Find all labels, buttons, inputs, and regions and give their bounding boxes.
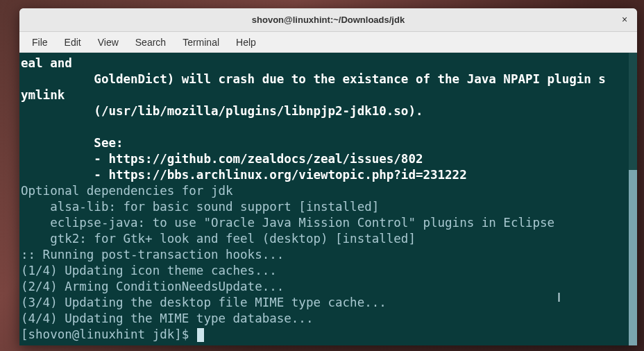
menu-view[interactable]: View	[90, 34, 127, 51]
output-line: (/usr/lib/mozilla/plugins/libnpjp2-jdk10…	[21, 104, 423, 118]
output-line: alsa-lib: for basic sound support [insta…	[21, 200, 379, 214]
output-line: - https://bbs.archlinux.org/viewtopic.ph…	[21, 168, 467, 182]
output-line: (3/4) Updating the desktop file MIME typ…	[21, 296, 387, 309]
prompt-text: [shovon@linuxhint jdk]$	[21, 327, 196, 343]
menu-edit[interactable]: Edit	[56, 34, 90, 51]
output-line: Optional dependencies for jdk	[21, 184, 233, 198]
terminal-window: shovon@linuxhint:~/Downloads/jdk × File …	[19, 8, 637, 345]
output-line: eal and	[21, 56, 72, 70]
close-button[interactable]: ×	[618, 12, 632, 26]
menu-search[interactable]: Search	[127, 34, 174, 51]
prompt-line[interactable]: [shovon@linuxhint jdk]$	[21, 327, 627, 343]
menu-file[interactable]: File	[24, 34, 56, 51]
output-line: (2/4) Arming ConditionNeedsUpdate...	[21, 280, 284, 293]
output-line: (1/4) Updating icon theme caches...	[21, 264, 277, 277]
terminal-output[interactable]: eal and GoldenDict) will crash due to th…	[19, 53, 629, 345]
cursor-block	[197, 328, 204, 342]
scroll-thumb[interactable]	[629, 170, 637, 345]
output-line: gtk2: for Gtk+ look and feel (desktop) […	[21, 232, 416, 246]
terminal-area[interactable]: eal and GoldenDict) will crash due to th…	[19, 53, 637, 345]
output-line: :: Running post-transaction hooks...	[21, 248, 284, 262]
output-line: eclipse-java: to use "Oracle Java Missio…	[21, 216, 554, 230]
output-line: (4/4) Updating the MIME type database...	[21, 311, 313, 325]
scrollbar[interactable]	[629, 53, 637, 345]
output-line: See:	[21, 136, 124, 150]
menu-help[interactable]: Help	[228, 34, 264, 51]
output-line: ymlink	[21, 88, 65, 102]
output-line: - https://github.com/zealdocs/zeal/issue…	[21, 152, 423, 166]
titlebar[interactable]: shovon@linuxhint:~/Downloads/jdk ×	[19, 8, 637, 32]
window-title: shovon@linuxhint:~/Downloads/jdk	[252, 15, 405, 25]
close-icon: ×	[622, 14, 627, 25]
menu-terminal[interactable]: Terminal	[174, 34, 228, 51]
output-line: GoldenDict) will crash due to the exista…	[21, 72, 606, 86]
menubar: File Edit View Search Terminal Help	[19, 32, 637, 53]
